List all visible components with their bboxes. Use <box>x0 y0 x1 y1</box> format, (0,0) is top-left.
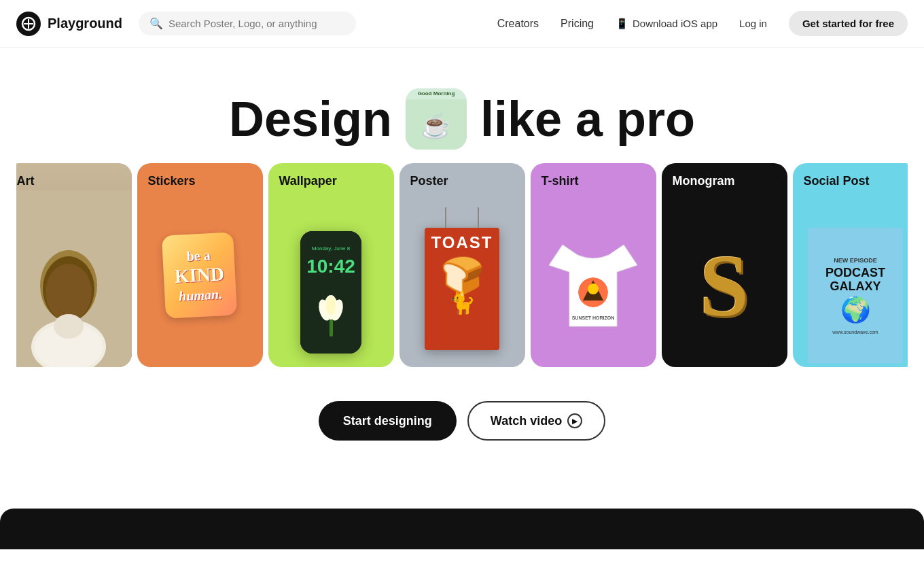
nav-download-ios[interactable]: 📱 Download iOS app <box>616 18 717 30</box>
start-designing-button[interactable]: Start designing <box>319 401 457 441</box>
svg-text:SUNSET HORIZON: SUNSET HORIZON <box>572 315 615 320</box>
navbar: Playground 🔍 Creators Pricing 📱 Download… <box>0 0 924 48</box>
card-tshirt-label: T-shirt <box>541 174 579 188</box>
search-bar[interactable]: 🔍 <box>139 12 356 35</box>
badge-emoji: ☕ <box>421 114 451 138</box>
search-input[interactable] <box>168 18 345 29</box>
art-image <box>16 163 132 367</box>
nav-links: Creators Pricing 📱 Download iOS app Log … <box>497 11 908 36</box>
logo[interactable]: Playground <box>16 12 122 36</box>
play-icon: ▶ <box>567 413 582 428</box>
footer-strip <box>0 509 924 549</box>
card-monogram[interactable]: Monogram S <box>662 163 787 367</box>
social-image: NEW EPISODE PODCASTGALAXY 🌍 www.soundwav… <box>808 228 903 364</box>
svg-point-7 <box>46 264 92 321</box>
phone-mockup: Monday, June 8 10:42 <box>300 231 361 354</box>
card-stickers[interactable]: Stickers be aKINDhuman. <box>137 163 263 367</box>
card-wallpaper-label: Wallpaper <box>279 174 337 188</box>
search-icon: 🔍 <box>149 17 163 30</box>
card-stickers-label: Stickers <box>148 174 196 188</box>
hero-badge: Good Morning ☕ <box>406 88 467 150</box>
watch-video-label: Watch video <box>491 414 562 428</box>
nav-login[interactable]: Log in <box>739 18 767 29</box>
download-ios-label: Download iOS app <box>633 18 717 29</box>
card-art-label: Art <box>17 174 35 188</box>
tshirt-image: SUNSET HORIZON <box>549 224 637 333</box>
get-started-button[interactable]: Get started for free <box>789 11 908 36</box>
card-poster[interactable]: Poster TOAST 🍞 🐈 <box>399 163 525 367</box>
hero-section: Design Good Morning ☕ like a pro Art <box>0 48 924 468</box>
phone-icon: 📱 <box>616 18 628 30</box>
nav-creators[interactable]: Creators <box>497 18 539 30</box>
logo-icon <box>16 12 41 36</box>
card-social[interactable]: Social Post NEW EPISODE PODCASTGALAXY 🌍 … <box>793 163 908 367</box>
cta-buttons: Start designing Watch video ▶ <box>319 401 605 441</box>
svg-point-14 <box>326 296 336 315</box>
hero-title-start: Design <box>229 95 392 143</box>
poster-image: TOAST 🍞 🐈 <box>425 228 499 350</box>
card-social-label: Social Post <box>804 174 870 188</box>
hero-title: Design Good Morning ☕ like a pro <box>229 88 695 150</box>
badge-top-text: Good Morning <box>418 90 455 97</box>
monogram-letter: S <box>700 241 749 330</box>
category-cards-row: Art <box>16 150 908 381</box>
card-art[interactable]: Art <box>16 163 132 367</box>
card-monogram-label: Monogram <box>673 174 735 188</box>
card-wallpaper[interactable]: Wallpaper Monday, June 8 10:42 <box>268 163 394 367</box>
svg-point-19 <box>588 284 599 294</box>
card-poster-label: Poster <box>410 174 448 188</box>
svg-point-9 <box>54 314 84 339</box>
hero-title-end: like a pro <box>480 95 695 143</box>
nav-pricing[interactable]: Pricing <box>561 18 594 30</box>
logo-text: Playground <box>48 16 122 31</box>
card-tshirt[interactable]: T-shirt SUNSET HORIZON <box>531 163 656 367</box>
watch-video-button[interactable]: Watch video ▶ <box>467 401 605 441</box>
